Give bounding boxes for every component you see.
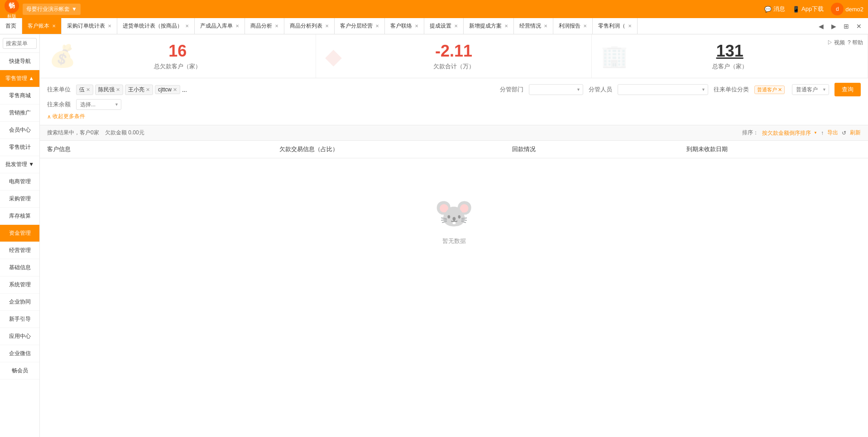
unit-tag-wang-close[interactable]: ✕: [146, 87, 150, 93]
sidebar-item-enterprise-wechat[interactable]: 企业微信: [0, 345, 39, 362]
retail-profit-close-icon[interactable]: ✕: [628, 24, 632, 28]
sidebar-item-quick-nav[interactable]: 快捷导航: [0, 53, 39, 70]
nav-tab-new-raise-plan[interactable]: 新增提成方案 ✕: [464, 18, 514, 34]
nav-tab-raise-settings[interactable]: 提成设置 ✕: [424, 18, 464, 34]
person-select[interactable]: [618, 84, 708, 95]
credit-amount-icon: ◆: [325, 43, 342, 69]
sidebar-search-input[interactable]: [3, 38, 37, 49]
nav-tab-inventory-stats[interactable]: 进货单统计表（按商品） ✕: [117, 18, 195, 34]
basic-info-label: 基础信息: [9, 264, 31, 271]
refresh-button[interactable]: 刷新: [850, 129, 861, 137]
balance-select[interactable]: 选择...: [76, 99, 121, 110]
sort-area: 排序： 按欠款金额倒序排序 ↑ 导出 ↺ 刷新: [742, 129, 861, 137]
new-raise-plan-tab-label: 新增提成方案: [469, 22, 502, 30]
stats-help-btn[interactable]: ? 帮助: [848, 39, 863, 47]
inventory-stats-close-icon[interactable]: ✕: [185, 24, 189, 28]
nav-tab-product-in[interactable]: 产成品入库单 ✕: [195, 18, 245, 34]
page-content: 💰 16 总欠款客户（家） ◆ -2.11 欠款合计（万） ▷ 视频 ? 帮助 …: [40, 34, 868, 437]
sidebar-item-retail-mall[interactable]: 零售商城: [0, 87, 39, 104]
user-name: demo2: [845, 6, 863, 13]
raise-settings-close-icon[interactable]: ✕: [454, 24, 458, 28]
nav-expand-button[interactable]: ⊞: [841, 21, 852, 32]
sidebar-item-vip-member[interactable]: 畅会员: [0, 362, 39, 380]
profit-report-close-icon[interactable]: ✕: [583, 24, 587, 28]
product-analysis-close-icon[interactable]: ✕: [275, 24, 278, 28]
logo-icon: 畅: [5, 0, 19, 13]
customer-ledger-tab-label: 客户账本: [28, 22, 49, 30]
sidebar-item-batch-mgmt[interactable]: 批发管理 ▼: [0, 156, 39, 173]
results-summary: 搜索结果中，客户0家 欠款金额 0.00元: [47, 129, 144, 137]
business-status-close-icon[interactable]: ✕: [544, 24, 547, 28]
sidebar-item-marketing[interactable]: 营销推广: [0, 104, 39, 122]
purchase-order-close-icon[interactable]: ✕: [108, 24, 111, 28]
customer-contact-close-icon[interactable]: ✕: [415, 24, 418, 28]
sidebar-item-retail-mgmt[interactable]: 零售管理 ▲: [0, 70, 39, 87]
dept-select[interactable]: [529, 84, 583, 95]
product-in-close-icon[interactable]: ✕: [235, 24, 239, 28]
unit-tag-wu-close[interactable]: ✕: [86, 87, 90, 93]
sidebar-item-app-center[interactable]: 应用中心: [0, 328, 39, 345]
sidebar-item-capital-mgmt[interactable]: 资金管理: [0, 225, 39, 242]
unit-type-select[interactable]: 普通客户: [792, 84, 829, 95]
nav-close-all-button[interactable]: ✕: [854, 21, 864, 32]
app-download-icon: 📱: [792, 6, 800, 13]
nav-tab-product-analysis[interactable]: 商品分析 ✕: [245, 18, 284, 34]
logo-char: 畅: [9, 2, 15, 10]
top-bar-right: 💬 消息 📱 App下载 d demo2: [764, 3, 863, 15]
unit-type-tag-close[interactable]: ✕: [778, 87, 782, 93]
dept-filter-label: 分管部门: [500, 86, 523, 94]
nav-tab-customer-layer[interactable]: 客户分层经营 ✕: [335, 18, 385, 34]
nav-tab-product-analysis-list[interactable]: 商品分析列表 ✕: [284, 18, 335, 34]
nav-next-button[interactable]: ▶: [828, 21, 839, 32]
balance-filter-label: 往来余额: [47, 100, 71, 109]
sidebar-item-operation-mgmt[interactable]: 经营管理: [0, 242, 39, 259]
new-raise-plan-close-icon[interactable]: ✕: [504, 24, 508, 28]
sidebar-item-enterprise-coop[interactable]: 企业协同: [0, 294, 39, 311]
sort-select[interactable]: 按欠款金额倒序排序: [762, 130, 817, 136]
col-header-customer-info: 客户信息: [47, 145, 279, 153]
unit-tag-wu: 伍 ✕: [76, 85, 93, 95]
nav-tab-business-status[interactable]: 经营情况 ✕: [514, 18, 553, 34]
nav-tab-retail-profit[interactable]: 零售利润（ ✕: [593, 18, 638, 34]
retail-profit-tab-label: 零售利润（: [598, 22, 625, 30]
sidebar-item-basic-info[interactable]: 基础信息: [0, 259, 39, 276]
nav-tab-customer-contact[interactable]: 客户联络 ✕: [385, 18, 424, 34]
unit-type-tag: 普通客户 ✕: [754, 86, 785, 94]
nav-tab-purchase-order[interactable]: 采购订单统计表 ✕: [62, 18, 117, 34]
account-selector[interactable]: 母婴行业演示帐套 ▼: [23, 4, 81, 15]
customer-ledger-close-icon[interactable]: ✕: [52, 24, 56, 28]
nav-tab-home[interactable]: 首页: [0, 18, 22, 34]
dept-select-wrapper: [529, 84, 583, 95]
sidebar-item-retail-stats[interactable]: 零售统计: [0, 139, 39, 156]
sidebar-item-member-center[interactable]: 会员中心: [0, 122, 39, 139]
stats-video-btn[interactable]: ▷ 视频: [827, 39, 845, 47]
unit-type-filter-label: 往来单位分类: [714, 86, 749, 94]
user-menu-button[interactable]: d demo2: [831, 3, 863, 15]
marketing-label: 营销推广: [9, 109, 31, 116]
unit-tag-more[interactable]: ...: [182, 86, 187, 93]
sidebar-item-new-guide[interactable]: 新手引导: [0, 311, 39, 328]
customer-layer-close-icon[interactable]: ✕: [375, 24, 379, 28]
nav-tab-customer-ledger[interactable]: 客户账本 ✕: [22, 18, 62, 34]
sidebar-item-purchase-mgmt[interactable]: 采购管理: [0, 190, 39, 208]
message-button[interactable]: 💬 消息: [764, 5, 785, 13]
logo-area[interactable]: 畅 标版: [5, 0, 19, 19]
profit-report-tab-label: 利润报告: [559, 22, 580, 30]
app-download-button[interactable]: 📱 App下载: [792, 5, 824, 13]
empty-state: 🐭 暂无数据: [40, 158, 868, 281]
purchase-order-tab-label: 采购订单统计表: [67, 22, 105, 30]
batch-mgmt-arrow-icon: ▼: [29, 161, 34, 167]
new-guide-label: 新手引导: [9, 316, 31, 322]
collapse-button[interactable]: ∧ 收起更多条件: [47, 113, 861, 120]
unit-tag-chen-close[interactable]: ✕: [116, 87, 120, 93]
sidebar-item-ecommerce-mgmt[interactable]: 电商管理: [0, 173, 39, 190]
account-dropdown-icon: ▼: [72, 6, 77, 12]
product-analysis-list-close-icon[interactable]: ✕: [325, 24, 329, 28]
sidebar-item-sys-mgmt[interactable]: 系统管理: [0, 276, 39, 294]
nav-tab-profit-report[interactable]: 利润报告 ✕: [553, 18, 593, 34]
sidebar-item-inventory-check[interactable]: 库存核算: [0, 208, 39, 225]
export-button[interactable]: 导出: [827, 129, 838, 137]
unit-tag-cjttcw-close[interactable]: ✕: [173, 87, 177, 93]
nav-prev-button[interactable]: ◀: [815, 21, 826, 32]
query-button[interactable]: 查询: [834, 83, 861, 96]
